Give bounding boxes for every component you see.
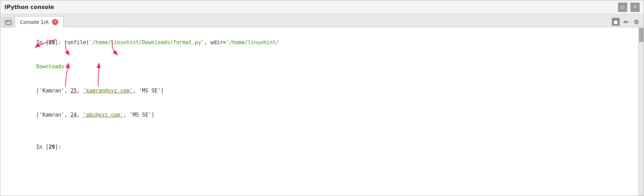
console-tab[interactable]: Console 1/A ✕ xyxy=(15,16,63,27)
comma-after-24: , xyxy=(77,112,83,118)
blank-line xyxy=(5,127,633,135)
scroll-thumb[interactable] xyxy=(639,28,643,42)
new-tab-button[interactable] xyxy=(3,17,13,27)
path-string: '/home/linuxhint/Downloads/format.py' xyxy=(89,39,204,46)
rest-1: , 'MS SE'] xyxy=(133,88,164,94)
continuation-line: Downloads') xyxy=(5,55,633,79)
folder-icon xyxy=(5,19,11,25)
output-line-2: ['Kamran', 24, 'abc@xyz.com', 'MS SE'] xyxy=(5,103,633,127)
prompt-28-close: ]: xyxy=(55,39,64,46)
console-content[interactable]: In [28]: runfile('/home/linuxhint/Downlo… xyxy=(0,27,638,196)
input-line-28: In [28]: runfile('/home/linuxhint/Downlo… xyxy=(5,31,633,55)
title-bar: IPython console ⊡ ✕ xyxy=(0,0,644,14)
console-area: In [28]: runfile('/home/linuxhint/Downlo… xyxy=(0,27,644,196)
wdir-label: , wdir= xyxy=(204,39,226,46)
close-button[interactable]: ✕ xyxy=(631,3,640,12)
runfile-call: runfile( xyxy=(64,39,89,46)
window-title: IPython console xyxy=(4,4,54,10)
email-2: 'abc@xyz.com' xyxy=(83,112,123,118)
rest-2: , 'MS SE'] xyxy=(123,112,154,118)
output-line-1: ['Kamran', 25, 'kamran@xyz.com', 'MS SE'… xyxy=(5,79,633,103)
bracket-open-1: ['Kamran', xyxy=(36,88,70,94)
code-block: In [28]: runfile('/home/linuxhint/Downlo… xyxy=(5,31,633,159)
input-line-29: In [29]: xyxy=(5,135,633,159)
email-1: 'kamran@xyz.com' xyxy=(83,88,133,94)
title-bar-left: IPython console xyxy=(4,4,54,10)
stop-button[interactable]: ■ xyxy=(612,18,620,26)
prompt-29-close: ]: xyxy=(55,144,61,150)
num-25: 25 xyxy=(71,88,77,94)
scrollbar[interactable] xyxy=(638,27,644,196)
bracket-open-2: ['Kamran', xyxy=(36,112,70,118)
tab-close-button[interactable]: ✕ xyxy=(52,19,58,25)
tabs-bar: Console 1/A ✕ ■ ✏ ⚙ xyxy=(0,14,644,27)
gear-button[interactable]: ⚙ xyxy=(633,18,640,26)
num-24: 24 xyxy=(71,112,77,118)
line-number-29: 29 xyxy=(49,144,55,150)
pencil-button[interactable]: ✏ xyxy=(622,18,630,26)
comma-after-25: , xyxy=(77,88,83,94)
ipython-window: IPython console ⊡ ✕ Console 1/A ✕ ■ ✏ ⚙ xyxy=(0,0,644,196)
tab-label: Console 1/A xyxy=(20,19,49,25)
wdir-string-start: '/home/linuxhint/ xyxy=(226,39,279,46)
prompt-29: In [ xyxy=(36,144,49,150)
line-number-28: 28 xyxy=(49,39,55,46)
wdir-string-end: Downloads' xyxy=(36,63,67,70)
restore-button[interactable]: ⊡ xyxy=(618,3,627,12)
prompt-28: In [ xyxy=(36,39,49,46)
title-bar-right: ⊡ ✕ xyxy=(618,3,640,12)
close-paren: ) xyxy=(67,63,71,70)
